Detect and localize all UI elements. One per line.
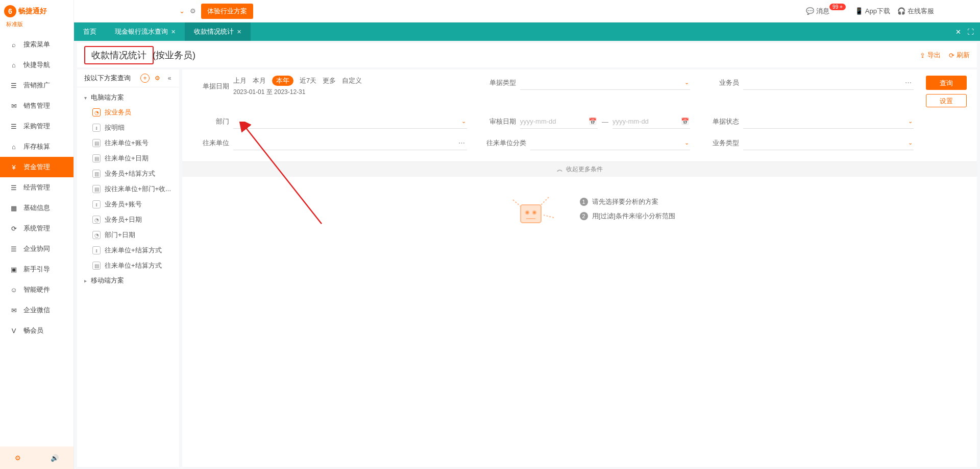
app-download-button[interactable]: 📱 App下载 [855, 7, 890, 16]
filter-bill-status: 单据状态 ⌄ [702, 114, 914, 129]
sidebar-item-funds[interactable]: ¥资金管理 [0, 157, 74, 177]
wechat-icon: ✉ [9, 306, 18, 315]
query-button[interactable]: 查询 [926, 76, 967, 90]
scheme-item[interactable]: ▤往来单位+结算方式 [77, 258, 179, 273]
close-all-icon[interactable]: ✕ [955, 28, 961, 36]
sidebar-item-baseinfo[interactable]: ▦基础信息 [0, 198, 74, 218]
page-title-suffix: (按业务员) [153, 49, 195, 61]
money-icon: ¥ [9, 162, 18, 172]
close-icon[interactable]: ✕ [171, 29, 176, 35]
calendar-icon: 📅 [589, 118, 597, 125]
date-chip-thisyear[interactable]: 本年 [272, 76, 293, 86]
speaker-icon[interactable]: 🔊 [51, 454, 59, 462]
audit-date-from[interactable]: yyyy-mm-dd📅 [520, 114, 598, 129]
sidebar-item-label: 企业协同 [23, 244, 50, 253]
doc-icon: ☰ [9, 183, 18, 192]
sidebar-item-smart[interactable]: ☺智能硬件 [0, 279, 74, 300]
chevron-down-icon[interactable]: ⌄ [179, 7, 185, 15]
salesman-select[interactable]: ⋯ [743, 76, 914, 90]
filter-label: 往来单位 [192, 138, 229, 148]
chip-icon: ☺ [9, 285, 18, 294]
scheme-item[interactable]: ◔业务员+日期 [77, 212, 179, 227]
sidebar-item-label: 快捷导航 [23, 60, 50, 69]
fullscreen-icon[interactable]: ⛶ [967, 28, 974, 36]
biz-type-select[interactable]: ⌄ [743, 136, 914, 150]
date-chip-custom[interactable]: 自定义 [342, 76, 362, 85]
filter-partner-class: 往来单位分类 ⌄ [479, 136, 691, 150]
dept-select[interactable]: ⌄ [233, 114, 467, 129]
group-label: 电脑端方案 [91, 93, 124, 102]
sidebar-item-marketing[interactable]: ☰营销推广 [0, 75, 74, 96]
sidebar-item-label: 搜索菜单 [23, 40, 50, 49]
date-chip-lastmonth[interactable]: 上月 [233, 76, 247, 85]
leaf-label: 按业务员 [105, 108, 131, 117]
collapse-left-icon[interactable]: « [165, 74, 174, 83]
sidebar-item-search[interactable]: ⌕搜索菜单 [0, 34, 74, 55]
tab-cashflow[interactable]: 现金银行流水查询✕ [106, 22, 185, 41]
sidebar-item-system[interactable]: ⟳系统管理 [0, 218, 74, 239]
date-chip-7days[interactable]: 近7天 [300, 76, 316, 85]
sidebar-item-label: 营销推广 [23, 81, 50, 90]
sidebar-item-wechat[interactable]: ✉企业微信 [0, 300, 74, 320]
tab-label: 首页 [83, 27, 96, 36]
scheme-settings-icon[interactable]: ⚙ [153, 74, 162, 83]
sidebar-item-business[interactable]: ☰经营管理 [0, 177, 74, 198]
side-menu: ⌕搜索菜单 ⌂快捷导航 ☰营销推广 ✉销售管理 ☰采购管理 ⌂库存核算 ¥资金管… [0, 28, 74, 447]
audit-date-to[interactable]: yyyy-mm-dd📅 [612, 114, 690, 129]
close-icon[interactable]: ✕ [237, 29, 241, 35]
scheme-item[interactable]: ◔部门+日期 [77, 227, 179, 243]
chevron-down-icon: ⌄ [684, 79, 689, 86]
bill-type-select[interactable]: ⌄ [520, 76, 691, 90]
collapse-filters-button[interactable]: ︽ 收起更多条件 [182, 161, 977, 177]
scheme-item[interactable]: ◔按业务员 [77, 105, 179, 120]
sidebar-item-collab[interactable]: ☰企业协同 [0, 239, 74, 259]
sidebar-item-purchase[interactable]: ☰采购管理 [0, 116, 74, 136]
svg-rect-0 [521, 205, 541, 223]
scheme-item[interactable]: ▤往来单位+账号 [77, 135, 179, 151]
scheme-item[interactable]: ⫾往来单位+结算方式 [77, 243, 179, 258]
leaf-label: 往来单位+结算方式 [105, 246, 162, 255]
filter-dept: 部门 ⌄ [192, 114, 467, 129]
partner-class-select[interactable]: ⌄ [530, 136, 691, 150]
bill-status-select[interactable]: ⌄ [743, 114, 914, 129]
scheme-header-label: 按以下方案查询 [84, 74, 131, 83]
sidebar-item-guide[interactable]: ▣新手引导 [0, 259, 74, 279]
scheme-item[interactable]: ⫾按明细 [77, 120, 179, 135]
chat-icon: 💬 [806, 7, 814, 15]
clock-icon: ◔ [92, 216, 101, 224]
tab-receipt-stats[interactable]: 收款情况统计✕ [185, 22, 251, 41]
message-button[interactable]: 💬 消息 99 + [806, 7, 848, 16]
add-scheme-icon[interactable]: + [140, 74, 150, 83]
sidebar-item-vip[interactable]: V畅会员 [0, 320, 74, 341]
scheme-group-mobile[interactable]: ▸移动端方案 [77, 273, 179, 288]
scheme-group-pc[interactable]: ▾电脑端方案 [77, 90, 179, 105]
phone-icon: 📱 [855, 7, 863, 15]
settings-icon[interactable]: ⚙ [190, 7, 196, 15]
search-icon: ⌕ [9, 40, 18, 49]
sidebar-item-inventory[interactable]: ⌂库存核算 [0, 136, 74, 157]
date-chip-thismonth[interactable]: 本月 [253, 76, 266, 85]
sidebar-item-sales[interactable]: ✉销售管理 [0, 96, 74, 116]
service-button[interactable]: 🎧 在线客服 [897, 7, 934, 16]
logo-icon: 6 [4, 5, 16, 17]
export-button[interactable]: ⇪导出 [920, 51, 941, 60]
date-range-text: 2023-01-01 至 2023-12-31 [233, 88, 467, 97]
sidebar-item-quicknav[interactable]: ⌂快捷导航 [0, 55, 74, 75]
leaf-label: 往来单位+账号 [105, 138, 149, 148]
scheme-item[interactable]: ▤按往来单位+部门+收... [77, 181, 179, 197]
filter-salesman: 业务员 ⋯ [702, 76, 914, 90]
date-chip-more[interactable]: 更多 [323, 76, 336, 85]
settings-button[interactable]: 设置 [926, 94, 967, 107]
scheme-item[interactable]: ⫾业务员+账号 [77, 197, 179, 212]
warehouse-icon: ⌂ [9, 142, 18, 151]
gear-icon[interactable]: ⚙ [15, 454, 21, 462]
scheme-item[interactable]: ▥业务员+结算方式 [77, 166, 179, 181]
partner-select[interactable]: ⋯ [233, 136, 467, 150]
tab-home[interactable]: 首页 [74, 22, 106, 41]
trial-button[interactable]: 体验行业方案 [201, 4, 253, 19]
leaf-label: 业务员+结算方式 [105, 169, 155, 178]
refresh-button[interactable]: ⟳刷新 [949, 51, 970, 60]
export-icon: ⇪ [920, 52, 925, 59]
headset-icon: 🎧 [897, 7, 905, 15]
scheme-item[interactable]: ▤往来单位+日期 [77, 151, 179, 166]
